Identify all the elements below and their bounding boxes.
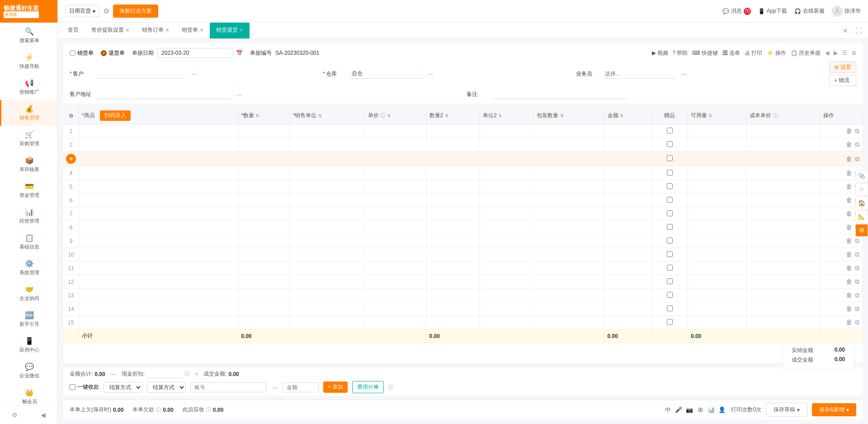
unit-cell-8[interactable] — [290, 234, 365, 248]
nav-next-icon[interactable]: ▶ — [834, 50, 838, 56]
gift-cell-5[interactable] — [651, 194, 688, 207]
tab-close-4[interactable]: ✕ — [240, 28, 243, 33]
available-cell-7[interactable] — [688, 221, 746, 234]
unit-cell-4[interactable] — [290, 180, 365, 194]
discount-info-icon[interactable]: ⓘ — [184, 371, 189, 377]
unit-cell-11[interactable] — [290, 275, 365, 289]
nav-prev-icon[interactable]: ◀ — [825, 50, 829, 56]
gift-cell-11[interactable] — [651, 275, 688, 289]
product-cell-0[interactable] — [79, 124, 238, 138]
delete-row-btn-2[interactable]: 🗑 — [846, 155, 852, 163]
price-cell-0[interactable] — [365, 124, 426, 138]
amount-cell-1[interactable] — [604, 138, 651, 152]
available-cell-2[interactable] — [688, 152, 746, 167]
pkgqty-cell-9[interactable] — [534, 248, 604, 262]
unit-cell-7[interactable] — [290, 221, 365, 234]
camera-icon[interactable]: 📷 — [685, 405, 694, 414]
unit-cell-14[interactable] — [290, 316, 365, 329]
available-cell-5[interactable] — [688, 194, 746, 207]
unit2-cell-9[interactable] — [480, 248, 534, 262]
product-cell-14[interactable] — [79, 316, 238, 329]
unit2-cell-3[interactable] — [480, 167, 534, 180]
sidebar-collapse-icon[interactable]: ◀ — [39, 410, 47, 420]
sidebar-item-9[interactable]: ⚙️系统管理 — [0, 255, 57, 281]
qty2-cell-2[interactable] — [426, 152, 480, 167]
unit2-cell-12[interactable] — [480, 289, 534, 302]
cost-cell-7[interactable] — [747, 221, 821, 234]
product-cell-3[interactable] — [79, 167, 238, 180]
gift-cell-8[interactable] — [651, 234, 688, 248]
print-btn[interactable]: 🖨 打印 — [745, 49, 762, 57]
price-cell-4[interactable] — [365, 180, 426, 194]
amount-cell-6[interactable] — [604, 207, 651, 221]
copy-row-btn-2[interactable]: ⧉ — [855, 155, 859, 163]
gift-cell-1[interactable] — [651, 138, 688, 152]
delete-row-btn-0[interactable]: 🗑 — [846, 127, 852, 135]
cost-cell-3[interactable] — [747, 167, 821, 180]
qty-cell-2[interactable] — [238, 152, 290, 167]
tab-1[interactable]: 售价提取设置✕ — [85, 23, 136, 38]
tab-3[interactable]: 销货单✕ — [175, 23, 210, 38]
qty-cell-8[interactable] — [238, 234, 290, 248]
qty-cell-7[interactable] — [238, 221, 290, 234]
tab-close-2[interactable]: ✕ — [165, 28, 169, 33]
close-all-tabs-icon[interactable]: ✕ — [840, 26, 851, 35]
fee-split-button[interactable]: 费用分摊 — [352, 381, 384, 393]
col-settings[interactable]: ⚙ — [63, 107, 79, 124]
price-cell-12[interactable] — [365, 289, 426, 302]
pkgqty-cell-8[interactable] — [534, 234, 604, 248]
qty-cell-5[interactable] — [238, 194, 290, 207]
amount-cell-13[interactable] — [604, 302, 651, 316]
unit-cell-13[interactable] — [290, 302, 365, 316]
qty2-cell-10[interactable] — [426, 262, 480, 275]
history-btn[interactable]: 📋 历史单据 — [791, 49, 821, 57]
pinyin-icon[interactable]: 中 — [663, 405, 672, 414]
amount-cell-5[interactable] — [604, 194, 651, 207]
product-input-2[interactable] — [82, 156, 235, 162]
price-cell-2[interactable] — [365, 152, 426, 167]
sidebar-item-7[interactable]: 📊经营管理 — [0, 203, 57, 229]
available-cell-6[interactable] — [688, 207, 746, 221]
delete-row-btn-3[interactable]: 🗑 — [846, 169, 852, 177]
copy-row-btn-0[interactable]: ⧉ — [855, 127, 859, 135]
tab-4[interactable]: 销货退货✕ — [210, 23, 250, 38]
qty-cell-9[interactable] — [238, 248, 290, 262]
delete-row-btn-9[interactable]: 🗑 — [846, 251, 852, 258]
unit2-cell-11[interactable] — [480, 275, 534, 289]
available-cell-0[interactable] — [688, 124, 746, 138]
product-cell-8[interactable] — [79, 234, 238, 248]
available-cell-14[interactable] — [688, 316, 746, 329]
settings-button[interactable]: ⚙ 设置 — [829, 62, 856, 73]
gift-cell-2[interactable] — [651, 152, 688, 167]
delete-row-btn-1[interactable]: 🗑 — [846, 141, 852, 148]
amount-cell-4[interactable] — [604, 180, 651, 194]
qty2-cell-8[interactable] — [426, 234, 480, 248]
qty-cell-13[interactable] — [238, 302, 290, 316]
copy-row-btn-14[interactable]: ⧉ — [855, 319, 859, 326]
qty-cell-11[interactable] — [238, 275, 290, 289]
account-input[interactable] — [190, 382, 266, 392]
right-panel-btn-3[interactable]: 🏠 — [855, 197, 868, 210]
delete-row-btn-11[interactable]: 🗑 — [846, 278, 852, 286]
unit2-cell-10[interactable] — [480, 262, 534, 275]
address-dots-btn[interactable]: ··· — [237, 91, 242, 98]
product-cell-12[interactable] — [79, 289, 238, 302]
maximize-icon[interactable]: ⛶ — [853, 26, 864, 35]
tab-close-3[interactable]: ✕ — [200, 28, 203, 33]
sidebar-item-3[interactable]: 💰销售管理 — [0, 100, 57, 126]
cost-cell-12[interactable] — [747, 289, 821, 302]
topbar-gear-icon[interactable]: ⚙ — [103, 7, 109, 15]
add-logistics-button[interactable]: + 物流 — [829, 75, 856, 86]
pkgqty-cell-1[interactable] — [534, 138, 604, 152]
unit-cell-5[interactable] — [290, 194, 365, 207]
product-cell-10[interactable] — [79, 262, 238, 275]
discount-input[interactable] — [146, 370, 183, 378]
sidebar-item-6[interactable]: 💳资金管理 — [0, 177, 57, 203]
address-input[interactable] — [96, 90, 231, 99]
sidebar-settings-icon[interactable]: ⚙ — [10, 410, 19, 420]
sidebar-item-2[interactable]: 📢营销推广 — [0, 74, 57, 100]
product-cell-11[interactable] — [79, 275, 238, 289]
save-draft-button[interactable]: 保存草稿 ▾ — [766, 403, 807, 417]
screen-icon[interactable]: ⊞ — [696, 405, 705, 414]
cost-cell-1[interactable] — [747, 138, 821, 152]
